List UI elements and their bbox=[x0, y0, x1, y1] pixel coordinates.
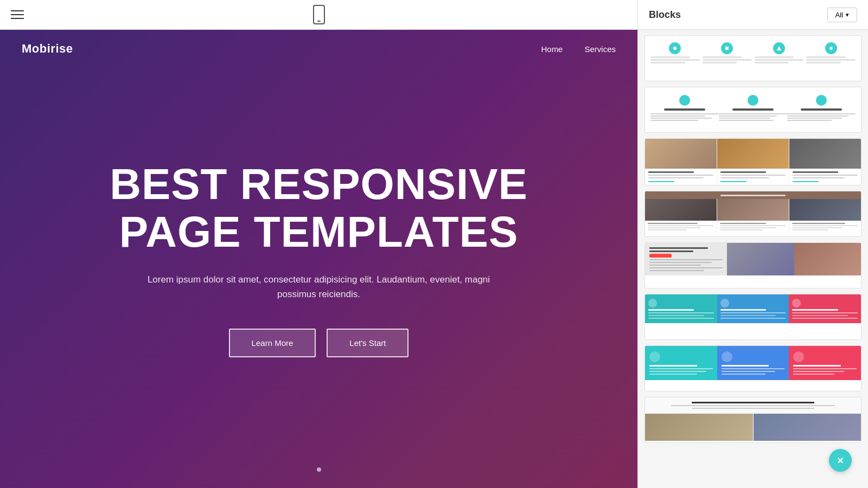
block-thumb-article-preview[interactable] bbox=[644, 397, 861, 443]
block-3-card bbox=[789, 139, 861, 185]
block-3-card bbox=[645, 139, 717, 185]
block-5-right bbox=[727, 243, 861, 275]
editor-area: Mobirise Home Services BEST RESPONSIVE P… bbox=[0, 0, 637, 488]
block-2-item bbox=[719, 95, 787, 121]
block-1-item bbox=[806, 42, 856, 65]
hero-title: BEST RESPONSIVE PAGE TEMPLATES bbox=[110, 160, 528, 256]
block-thumb-features-circles[interactable] bbox=[644, 87, 861, 133]
top-toolbar bbox=[0, 0, 637, 30]
block-thumb-colored-tiles[interactable] bbox=[644, 345, 861, 391]
panel-title: Blocks bbox=[649, 9, 681, 21]
block-6-card bbox=[789, 294, 861, 323]
svg-point-0 bbox=[673, 47, 676, 50]
hero-content: BEST RESPONSIVE PAGE TEMPLATES Lorem ips… bbox=[0, 30, 637, 488]
block-2-item bbox=[650, 95, 719, 121]
filter-button[interactable]: All bbox=[827, 8, 857, 22]
learn-more-button[interactable]: Learn More bbox=[229, 329, 316, 357]
canvas-area: Mobirise Home Services BEST RESPONSIVE P… bbox=[0, 30, 637, 488]
block-4-card bbox=[789, 199, 861, 233]
right-panel: Blocks All bbox=[637, 0, 868, 488]
block-1-item bbox=[755, 42, 804, 65]
block-6-card bbox=[717, 294, 789, 323]
hero-section: Mobirise Home Services BEST RESPONSIVE P… bbox=[0, 30, 637, 488]
carousel-dot bbox=[317, 467, 321, 472]
block-7-card bbox=[717, 346, 789, 380]
hero-buttons: Learn More Let's Start bbox=[229, 329, 409, 357]
block-8-top bbox=[645, 397, 861, 414]
block-1-lines bbox=[703, 56, 752, 65]
mobile-device-toggle[interactable] bbox=[313, 5, 325, 24]
hero-nav: Mobirise Home Services bbox=[0, 30, 637, 68]
svg-rect-1 bbox=[725, 47, 729, 50]
nav-brand: Mobirise bbox=[22, 42, 73, 56]
lets-start-button[interactable]: Let's Start bbox=[327, 329, 409, 357]
close-button[interactable]: × bbox=[829, 449, 852, 472]
block-thumb-colorful-features[interactable] bbox=[644, 294, 861, 340]
nav-links: Home Services bbox=[541, 44, 616, 54]
block-thumb-image-cards[interactable] bbox=[644, 138, 861, 185]
block-7-card bbox=[789, 346, 861, 380]
block-thumb-blog-cards[interactable] bbox=[644, 191, 861, 237]
nav-link-services[interactable]: Services bbox=[584, 44, 616, 54]
block-1-item bbox=[703, 42, 752, 65]
block-4-card bbox=[717, 199, 789, 233]
svg-marker-2 bbox=[777, 46, 781, 50]
block-3-card bbox=[717, 139, 789, 185]
block-thumb-news-conference[interactable] bbox=[644, 242, 861, 288]
block-2-item bbox=[787, 95, 856, 121]
blocks-list[interactable] bbox=[638, 30, 868, 488]
block-1-icon bbox=[721, 42, 733, 54]
block-1-icon bbox=[773, 42, 785, 54]
block-6-card bbox=[645, 294, 717, 323]
panel-header: Blocks All bbox=[638, 0, 868, 30]
block-7-card bbox=[645, 346, 717, 380]
hamburger-menu-button[interactable] bbox=[11, 10, 24, 19]
hero-subtitle: Lorem ipsum dolor sit amet, consectetur … bbox=[129, 272, 509, 301]
block-1-lines bbox=[650, 56, 700, 65]
block-1-item bbox=[650, 42, 700, 65]
block-1-lines bbox=[755, 56, 804, 65]
block-1-lines bbox=[806, 56, 856, 65]
svg-point-3 bbox=[829, 47, 833, 50]
block-thumb-features-icons[interactable] bbox=[644, 35, 861, 81]
block-5-left bbox=[645, 243, 727, 275]
nav-link-home[interactable]: Home bbox=[541, 44, 563, 54]
phone-icon bbox=[313, 5, 325, 24]
block-1-icon bbox=[669, 42, 681, 54]
block-1-icon bbox=[825, 42, 837, 54]
block-4-card bbox=[645, 199, 717, 233]
